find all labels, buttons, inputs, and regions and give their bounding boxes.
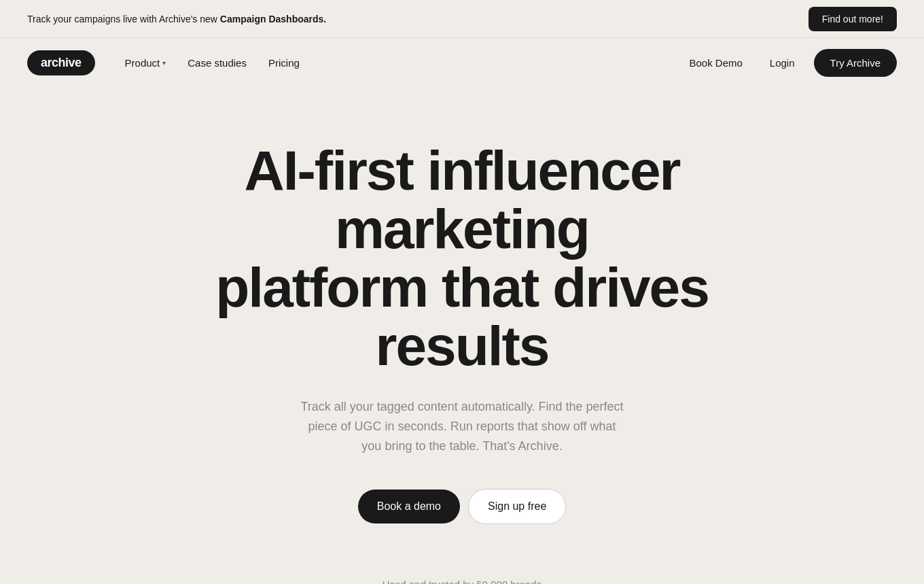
logo[interactable]: archive	[27, 50, 95, 75]
nav-product[interactable]: Product ▾	[117, 53, 175, 73]
nav-pricing[interactable]: Pricing	[260, 53, 308, 73]
chevron-down-icon: ▾	[162, 59, 166, 67]
hero-subtitle: Track all your tagged content automatica…	[299, 397, 625, 456]
navbar-left: archive Product ▾ Case studies Pricing	[27, 50, 308, 75]
announcement-bold: Campaign Dashboards.	[220, 14, 326, 24]
nav-product-label: Product	[125, 57, 160, 69]
announcement-prefix: Track your campaigns live with Archive's…	[27, 14, 220, 24]
book-demo-nav-link[interactable]: Book Demo	[681, 53, 750, 73]
hero-section: AI-first influencer marketing platform t…	[0, 87, 924, 565]
trusted-section: Used and trusted by 50,000 brands	[0, 565, 924, 584]
login-nav-link[interactable]: Login	[762, 53, 803, 73]
trusted-text: Used and trusted by 50,000 brands	[27, 579, 897, 584]
sign-up-button[interactable]: Sign up free	[468, 489, 566, 524]
nav-links: Product ▾ Case studies Pricing	[117, 53, 308, 73]
find-out-button[interactable]: Find out more!	[808, 7, 897, 31]
hero-title-line1: AI-first influencer marketing	[245, 139, 680, 260]
hero-buttons: Book a demo Sign up free	[358, 489, 567, 524]
book-demo-button[interactable]: Book a demo	[358, 489, 460, 523]
announcement-text: Track your campaigns live with Archive's…	[27, 14, 326, 24]
try-archive-button[interactable]: Try Archive	[814, 49, 897, 77]
hero-title: AI-first influencer marketing platform t…	[156, 141, 768, 375]
hero-title-line2: platform that drives results	[215, 256, 708, 377]
nav-case-studies[interactable]: Case studies	[179, 53, 255, 73]
navbar: archive Product ▾ Case studies Pricing B…	[0, 38, 924, 87]
navbar-right: Book Demo Login Try Archive	[681, 49, 897, 77]
announcement-bar: Track your campaigns live with Archive's…	[0, 0, 924, 38]
